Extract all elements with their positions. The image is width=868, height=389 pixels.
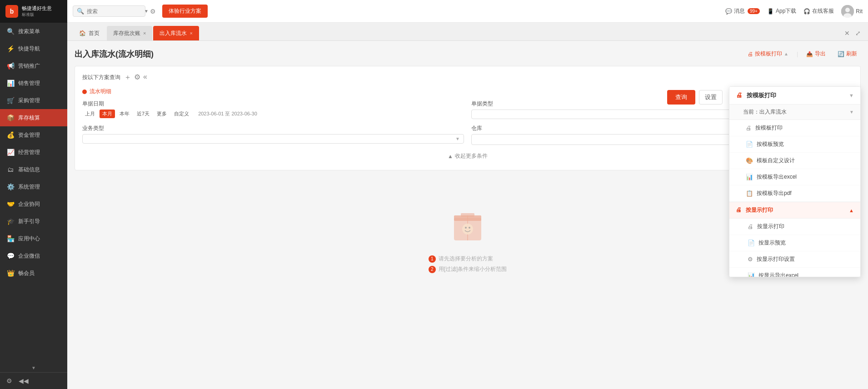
dp-template-pdf[interactable]: 📋 按模板导出pdf xyxy=(729,185,860,202)
sidebar-logo: b 畅捷通好生意 标准版 xyxy=(0,0,67,23)
sidebar-item-label: 经营管理 xyxy=(18,149,40,156)
tab-batch[interactable]: 库存批次账 × xyxy=(107,26,152,40)
dp-dpreview-label: 按显示预览 xyxy=(758,239,786,247)
sidebar-item-appstore[interactable]: 🏪 应用中心 xyxy=(0,230,67,247)
refresh-btn[interactable]: 🔄 刷新 xyxy=(834,48,861,60)
dp-display-print[interactable]: 🖨 按显示打印 xyxy=(729,219,860,235)
export-btn[interactable]: 📤 导出 xyxy=(803,48,829,60)
dp-section1-caret: ▼ xyxy=(849,93,854,98)
user-area[interactable]: Rit xyxy=(841,5,863,18)
dp-texcel-icon: 📊 xyxy=(746,174,753,180)
sidebar-item-shortcut[interactable]: ⚡ 快捷导航 xyxy=(0,40,67,57)
collapse-left-icon[interactable]: « xyxy=(143,73,147,82)
print-template-btn[interactable]: 🖨 按模板打印 ▲ xyxy=(744,48,792,60)
close-all-tabs-icon[interactable]: ✕ xyxy=(843,29,852,38)
sidebar-item-finance[interactable]: 💰 资金管理 xyxy=(0,126,67,144)
empty-step-2: 2 用[过滤]条件来缩小分析范围 xyxy=(429,265,507,273)
sidebar-item-label: 快捷导航 xyxy=(18,45,40,53)
sidebar-item-system[interactable]: ⚙️ 系统管理 xyxy=(0,178,67,195)
sidebar-bottom: ⚙ ◀◀ xyxy=(0,372,67,389)
dp-template-preview[interactable]: 📄 按模板预览 xyxy=(729,136,860,153)
date-btn-last-month[interactable]: 上月 xyxy=(82,110,98,118)
operation-icon: 📈 xyxy=(6,148,15,156)
biz-type-select[interactable]: ▼ xyxy=(82,134,464,144)
sidebar-item-label: 新手引导 xyxy=(18,218,40,225)
basic-icon: 🗂 xyxy=(6,165,15,174)
date-btn-more[interactable]: 更多 xyxy=(154,110,170,118)
sidebar-item-label: 搜索菜单 xyxy=(18,28,40,35)
tab-flow[interactable]: 出入库流水 × xyxy=(153,26,199,40)
enterprise-icon: 🤝 xyxy=(6,200,15,208)
dp-display-excel[interactable]: 📊 按显示导出excel xyxy=(729,268,860,277)
dp-dpreview-icon: 📄 xyxy=(748,239,755,246)
sidebar-item-purchase[interactable]: 🛒 采购管理 xyxy=(0,92,67,109)
date-btn-7days[interactable]: 近7天 xyxy=(134,110,152,118)
app-download-btn[interactable]: 📱 App下载 xyxy=(767,7,796,15)
svg-point-8 xyxy=(465,227,467,229)
dp-texcel-label: 按模板导出excel xyxy=(757,173,797,181)
tab-batch-close[interactable]: × xyxy=(143,30,146,36)
date-btn-custom[interactable]: 自定义 xyxy=(171,110,192,118)
logo-text-container: 畅捷通好生意 标准版 xyxy=(22,5,52,17)
dp-section1-header[interactable]: 🖨 按模板打印 ▼ xyxy=(729,87,860,105)
sidebar-nav: 🔍 搜索菜单 ⚡ 快捷导航 📢 营销推广 📊 销售管理 🛒 采购管理 📦 库存核… xyxy=(0,23,67,364)
dp-display-preview[interactable]: 📄 按显示预览 xyxy=(729,235,860,251)
dp-template-custom[interactable]: 🎨 模板自定义设计 xyxy=(729,153,860,169)
setup-button[interactable]: 设置 xyxy=(699,90,723,105)
date-btn-this-month[interactable]: 本月 xyxy=(100,110,115,118)
search-box[interactable]: 🔍 ▼ xyxy=(73,5,145,17)
shortcut-icon: ⚡ xyxy=(6,45,15,53)
message-label: 消息 xyxy=(734,7,745,15)
sidebar-item-basic[interactable]: 🗂 基础信息 xyxy=(0,161,67,178)
settings-bottom-icon[interactable]: ⚙ xyxy=(6,377,12,384)
dp-section2-caret: ▲ xyxy=(849,208,854,213)
sidebar-item-operation[interactable]: 📈 经营管理 xyxy=(0,144,67,161)
config-filter-icon[interactable]: ⚙ xyxy=(134,73,140,82)
date-btn-this-year[interactable]: 本年 xyxy=(117,110,132,118)
add-filter-icon[interactable]: ＋ xyxy=(124,73,131,82)
sidebar-item-member[interactable]: 👑 畅会员 xyxy=(0,264,67,282)
sidebar-item-label: 企业微信 xyxy=(18,252,40,260)
collapse-up-icon: ▲ xyxy=(448,153,453,160)
print-icon: 🖨 xyxy=(748,51,753,57)
tab-home-label: 首页 xyxy=(89,30,100,37)
dp-display-settings[interactable]: ⚙ 按显示打印设置 xyxy=(729,251,860,268)
filter-actions: ＋ ⚙ « xyxy=(124,73,147,82)
dp-tpreview-icon: 📄 xyxy=(746,141,753,148)
expand-tabs-icon[interactable]: ⤢ xyxy=(853,29,863,38)
sidebar-item-label: 采购管理 xyxy=(18,97,40,105)
tab-flow-close[interactable]: × xyxy=(190,30,192,36)
query-button[interactable]: 查询 xyxy=(667,90,695,105)
dp-section1-title: 按模板打印 xyxy=(747,92,776,99)
online-service-label: 在线客服 xyxy=(812,7,834,15)
tab-home[interactable]: 🏠 首页 xyxy=(73,26,106,40)
message-btn[interactable]: 💬 消息 99+ xyxy=(725,7,760,15)
sidebar-item-enterprise[interactable]: 🤝 企业协同 xyxy=(0,195,67,213)
gear-icon[interactable]: ⚙ xyxy=(150,8,156,15)
svg-rect-6 xyxy=(461,213,474,217)
step-2-num: 2 xyxy=(429,266,436,273)
search-input[interactable] xyxy=(87,8,141,15)
topbar-right: 💬 消息 99+ 📱 App下载 🎧 在线客服 xyxy=(725,5,863,18)
main-action-btns: 查询 设置 xyxy=(667,90,723,105)
dp-section2-header[interactable]: 🖨 按显示打印 ▲ xyxy=(729,202,860,219)
sidebar-item-wechat[interactable]: 💬 企业微信 xyxy=(0,247,67,264)
trial-btn[interactable]: 体验行业方案 xyxy=(162,5,208,18)
collapse-sidebar-icon[interactable]: ◀◀ xyxy=(19,377,29,384)
sidebar-item-inventory[interactable]: 📦 库存核算 xyxy=(0,109,67,126)
sidebar-scroll-down[interactable]: ▼ xyxy=(0,364,67,372)
biz-type-group: 业务类型 ▼ xyxy=(82,125,464,144)
dp-template-print[interactable]: 🖨 按模板打印 xyxy=(729,120,860,136)
online-service-btn[interactable]: 🎧 在线客服 xyxy=(803,7,834,15)
sidebar-item-marketing[interactable]: 📢 营销推广 xyxy=(0,57,67,75)
date-filter-field: 上月 本月 本年 近7天 更多 自定义 2023-06-01 至 2023-06… xyxy=(82,110,464,118)
sales-icon: 📊 xyxy=(6,79,15,87)
dp-current-row[interactable]: 当前：出入库流水 ▼ xyxy=(729,105,860,120)
sidebar-item-guide[interactable]: 🎓 新手引导 xyxy=(0,213,67,230)
sidebar: b 畅捷通好生意 标准版 🔍 搜索菜单 ⚡ 快捷导航 📢 营销推广 📊 销售管理… xyxy=(0,0,67,389)
sidebar-item-sales[interactable]: 📊 销售管理 xyxy=(0,75,67,92)
sidebar-item-search[interactable]: 🔍 搜索菜单 xyxy=(0,23,67,40)
dp-template-excel[interactable]: 📊 按模板导出excel xyxy=(729,169,860,185)
tab-batch-label: 库存批次账 xyxy=(113,30,140,37)
service-icon: 🎧 xyxy=(803,8,810,15)
